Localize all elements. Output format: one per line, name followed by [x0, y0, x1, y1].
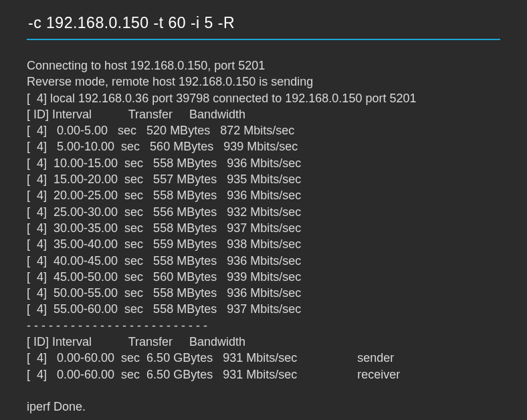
summary-sender: [ 4] 0.00-60.00 sec 6.50 GBytes 931 Mbit… — [27, 351, 394, 364]
summary-header: [ ID] Interval Transfer Bandwidth — [27, 335, 245, 348]
command-args-field-wrapper — [0, 0, 527, 40]
interval-row: [ 4] 30.00-35.00 sec 558 MBytes 937 Mbit… — [27, 221, 301, 235]
interval-row: [ 4] 50.00-55.00 sec 558 MBytes 936 Mbit… — [27, 286, 301, 300]
separator: - - - - - - - - - - - - - - - - - - - - … — [27, 319, 207, 332]
interval-row: [ 4] 10.00-15.00 sec 558 MBytes 936 Mbit… — [27, 156, 301, 170]
interval-row: [ 4] 20.00-25.00 sec 558 MBytes 936 Mbit… — [27, 189, 301, 202]
interval-row: [ 4] 15.00-20.00 sec 557 MBytes 935 Mbit… — [27, 173, 301, 186]
summary-receiver: [ 4] 0.00-60.00 sec 6.50 GBytes 931 Mbit… — [27, 368, 400, 381]
done-line: iperf Done. — [27, 400, 86, 413]
interval-row: [ 4] 0.00-5.00 sec 520 MBytes 872 Mbits/… — [27, 124, 294, 137]
local-line: [ 4] local 192.168.0.36 port 39798 conne… — [27, 92, 416, 105]
interval-row: [ 4] 25.00-30.00 sec 556 MBytes 932 Mbit… — [27, 205, 301, 219]
interval-row: [ 4] 40.00-45.00 sec 558 MBytes 936 Mbit… — [27, 254, 301, 268]
interval-header: [ ID] Interval Transfer Bandwidth — [27, 108, 245, 121]
interval-row: [ 4] 45.00-50.00 sec 560 MBytes 939 Mbit… — [27, 270, 301, 284]
interval-row: [ 4] 35.00-40.00 sec 559 MBytes 938 Mbit… — [27, 237, 301, 251]
connect-line: Connecting to host 192.168.0.150, port 5… — [27, 59, 265, 72]
command-args-input[interactable] — [27, 14, 500, 40]
reverse-line: Reverse mode, remote host 192.168.0.150 … — [27, 75, 313, 88]
interval-row: [ 4] 5.00-10.00 sec 560 MBytes 939 Mbits… — [27, 140, 298, 153]
terminal-output: Connecting to host 192.168.0.150, port 5… — [0, 40, 527, 415]
interval-row: [ 4] 55.00-60.00 sec 558 MBytes 937 Mbit… — [27, 302, 301, 316]
